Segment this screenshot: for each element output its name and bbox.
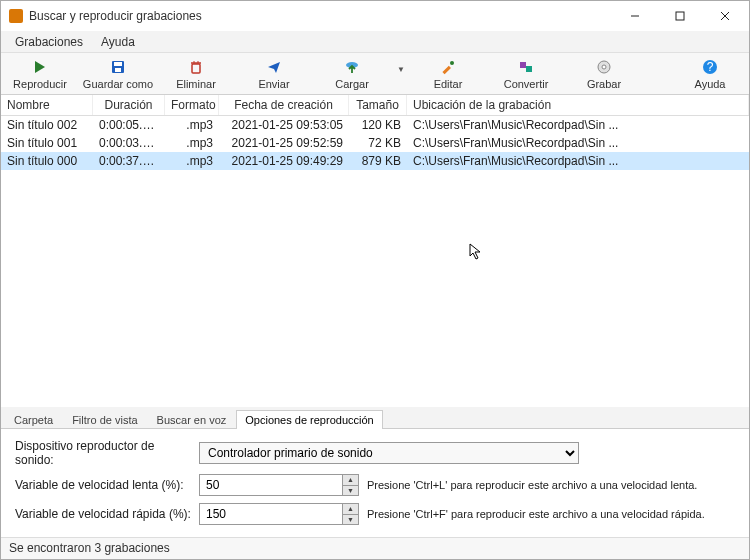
help-icon: ?	[701, 58, 719, 76]
cell-duration: 0:00:05.120	[93, 116, 165, 134]
slow-speed-input[interactable]	[199, 474, 359, 496]
cell-size: 120 KB	[349, 116, 407, 134]
status-bar: Se encontraron 3 grabaciones	[1, 537, 749, 559]
menubar: Grabaciones Ayuda	[1, 31, 749, 53]
cell-duration: 0:00:37.537	[93, 152, 165, 170]
tab-voicesearch[interactable]: Buscar en voz	[148, 410, 236, 429]
send-button[interactable]: Enviar	[235, 55, 313, 92]
menu-recordings[interactable]: Grabaciones	[7, 33, 91, 51]
disc-icon	[595, 58, 613, 76]
convert-button[interactable]: Convertir	[487, 55, 565, 92]
svg-point-19	[602, 65, 606, 69]
table-header: Nombre Duración Formato Fecha de creació…	[1, 95, 749, 116]
col-name[interactable]: Nombre	[1, 95, 93, 115]
slow-speed-label: Variable de velocidad lenta (%):	[15, 478, 191, 492]
window-title: Buscar y reproducir grabaciones	[29, 9, 612, 23]
svg-marker-12	[268, 62, 280, 73]
maximize-button[interactable]	[657, 2, 702, 30]
table-row[interactable]: Sin título 0020:00:05.120.mp32021-01-25 …	[1, 116, 749, 134]
svg-rect-16	[520, 62, 526, 68]
burn-button[interactable]: Grabar	[565, 55, 643, 92]
playback-options-panel: Dispositivo reproductor de sonido: Contr…	[1, 429, 749, 537]
send-icon	[265, 58, 283, 76]
cell-created: 2021-01-25 09:52:59	[219, 134, 349, 152]
saveas-button[interactable]: Guardar como	[79, 55, 157, 92]
menu-help[interactable]: Ayuda	[93, 33, 143, 51]
save-icon	[109, 58, 127, 76]
table-row[interactable]: Sin título 0000:00:37.537.mp32021-01-25 …	[1, 152, 749, 170]
device-select[interactable]: Controlador primario de sonido	[199, 442, 579, 464]
play-icon	[31, 58, 49, 76]
convert-icon	[517, 58, 535, 76]
col-duration[interactable]: Duración	[93, 95, 165, 115]
tab-playback[interactable]: Opciones de reproducción	[236, 410, 382, 429]
table-row[interactable]: Sin título 0010:00:03.082.mp32021-01-25 …	[1, 134, 749, 152]
cell-size: 879 KB	[349, 152, 407, 170]
cell-created: 2021-01-25 09:53:05	[219, 116, 349, 134]
bottom-tabstrip: Carpeta Filtro de vista Buscar en voz Op…	[1, 407, 749, 429]
col-format[interactable]: Formato	[165, 95, 219, 115]
svg-point-15	[450, 61, 454, 65]
cell-name: Sin título 001	[1, 134, 93, 152]
tab-viewfilter[interactable]: Filtro de vista	[63, 410, 146, 429]
svg-rect-7	[115, 68, 121, 72]
slow-speed-stepper[interactable]: ▲▼	[342, 475, 358, 495]
upload-icon	[343, 58, 361, 76]
cell-created: 2021-01-25 09:49:29	[219, 152, 349, 170]
device-label: Dispositivo reproductor de sonido:	[15, 439, 191, 467]
close-button[interactable]	[702, 2, 747, 30]
cell-format: .mp3	[165, 116, 219, 134]
svg-rect-8	[192, 64, 200, 73]
trash-icon	[187, 58, 205, 76]
svg-text:?: ?	[707, 60, 714, 74]
upload-button[interactable]: Cargar ▼	[313, 55, 391, 92]
cell-size: 72 KB	[349, 134, 407, 152]
play-button[interactable]: Reproducir	[1, 55, 79, 92]
col-size[interactable]: Tamaño	[349, 95, 407, 115]
delete-button[interactable]: Eliminar	[157, 55, 235, 92]
fast-speed-hint: Presione 'Ctrl+F' para reproducir este a…	[367, 508, 705, 520]
col-created[interactable]: Fecha de creación	[219, 95, 349, 115]
edit-button[interactable]: Editar	[409, 55, 487, 92]
help-button[interactable]: ? Ayuda	[671, 55, 749, 92]
dropdown-arrow-icon[interactable]: ▼	[397, 65, 405, 74]
cell-format: .mp3	[165, 152, 219, 170]
tab-folder[interactable]: Carpeta	[5, 410, 62, 429]
cell-location: C:\Users\Fran\Music\Recordpad\Sin ...	[407, 116, 749, 134]
cell-format: .mp3	[165, 134, 219, 152]
recordings-table: Nombre Duración Formato Fecha de creació…	[1, 95, 749, 407]
cell-name: Sin título 000	[1, 152, 93, 170]
toolbar: Reproducir Guardar como Eliminar Enviar …	[1, 53, 749, 95]
slow-speed-hint: Presione 'Ctrl+L' para reproducir este a…	[367, 479, 697, 491]
cell-duration: 0:00:03.082	[93, 134, 165, 152]
svg-rect-17	[526, 66, 532, 72]
cell-location: C:\Users\Fran\Music\Recordpad\Sin ...	[407, 134, 749, 152]
fast-speed-stepper[interactable]: ▲▼	[342, 504, 358, 524]
svg-rect-6	[114, 62, 122, 66]
cell-name: Sin título 002	[1, 116, 93, 134]
fast-speed-input[interactable]	[199, 503, 359, 525]
edit-icon	[439, 58, 457, 76]
minimize-button[interactable]	[612, 2, 657, 30]
col-location[interactable]: Ubicación de la grabación	[407, 95, 749, 115]
svg-rect-1	[676, 12, 684, 20]
app-icon	[9, 9, 23, 23]
svg-rect-14	[442, 66, 450, 74]
cell-location: C:\Users\Fran\Music\Recordpad\Sin ...	[407, 152, 749, 170]
fast-speed-label: Variable de velocidad rápida (%):	[15, 507, 191, 521]
svg-marker-4	[35, 61, 45, 73]
